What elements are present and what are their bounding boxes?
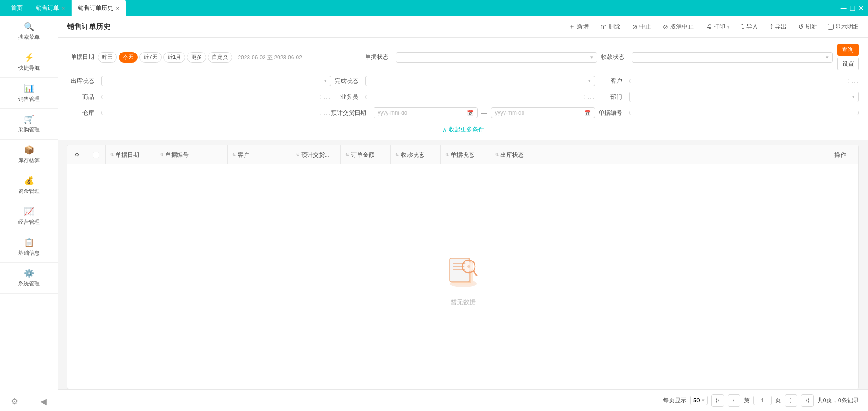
settings-filter-button[interactable]: 设置 (837, 58, 859, 70)
sidebar-settings-icon[interactable]: ⚙ (11, 396, 18, 406)
sidebar-item-basic-info[interactable]: 📋 基础信息 (0, 232, 58, 263)
filter-order-status-select[interactable]: ▾ (396, 52, 597, 63)
warehouse-dots-icon[interactable]: … (323, 109, 331, 117)
refresh-button[interactable]: ↺ 刷新 (794, 21, 822, 33)
per-page-select[interactable]: 50 ▾ (690, 396, 707, 405)
cancel-stop-button[interactable]: ⊘ 取消中止 (658, 21, 698, 33)
funds-mgmt-icon: 💰 (24, 176, 34, 186)
filter-date-control: 昨天 今天 近7天 近1月 更多 自定义 2023-06-02 至 2023-0… (98, 52, 361, 63)
display-columns-checkbox[interactable]: 显示明细 (828, 23, 859, 31)
date-7days-btn[interactable]: 近7天 (139, 52, 162, 63)
pagination-next-btn[interactable]: ⟩ (785, 394, 797, 407)
svg-point-10 (467, 265, 470, 268)
pagination-page-input[interactable] (753, 396, 772, 405)
filter-row-1: 单据日期 昨天 今天 近7天 近1月 更多 自定义 2023-06-02 至 2… (67, 44, 859, 70)
sidebar: 🔍 搜索菜单 ⚡ 快捷导航 📊 销售管理 🛒 采购管理 📦 库存核算 💰 资金管… (0, 16, 58, 411)
query-button[interactable]: 查询 (837, 44, 859, 56)
tab-sales-order-close[interactable]: × (62, 5, 65, 11)
filter-date-item: 单据日期 昨天 今天 近7天 近1月 更多 自定义 2023-06-02 至 2… (67, 52, 361, 63)
sidebar-item-system-mgmt[interactable]: ⚙️ 系统管理 (0, 263, 58, 294)
svg-line-9 (473, 271, 477, 276)
th-settings[interactable]: ⚙ (67, 145, 86, 164)
filter-order-status-label: 单据状态 (361, 53, 388, 61)
filter-customer-select[interactable] (629, 79, 849, 83)
stop-label: 中止 (639, 23, 651, 31)
tab-home[interactable]: 首页 (5, 0, 29, 16)
th-receipt[interactable]: ⇅ 收款状态 (391, 145, 441, 164)
salesperson-dots-icon[interactable]: … (587, 93, 595, 101)
purchase-mgmt-icon: 🛒 (24, 114, 34, 124)
delete-label: 删除 (609, 23, 620, 31)
completion-status-arrow-icon: ▾ (588, 78, 591, 84)
export-button[interactable]: ⤴ 导出 (765, 21, 791, 33)
sidebar-bottom: ⚙ ◀ (0, 392, 58, 411)
filter-dept-select[interactable]: ▾ (629, 92, 859, 102)
th-amount[interactable]: ⇅ 订单金额 (341, 145, 391, 164)
date-1month-btn[interactable]: 近1月 (163, 52, 186, 63)
export-icon: ⤴ (770, 23, 773, 30)
pagination-last-btn[interactable]: ⟩⟩ (801, 394, 814, 407)
date-separator: — (481, 110, 487, 116)
filter-salesperson-item: 业务员 … (331, 93, 595, 101)
sidebar-item-inventory-check[interactable]: 📦 库存核算 (0, 140, 58, 170)
filter-warehouse-select[interactable] (101, 111, 321, 115)
filter-customer-item: 客户 … (595, 77, 859, 85)
tab-sales-order-history[interactable]: 销售订单历史 × (72, 0, 125, 16)
sidebar-item-search-menu[interactable]: 🔍 搜索菜单 (0, 16, 58, 47)
toolbar: ＋ 新增 🗑 删除 ⊘ 中止 ⊘ 取消中止 🖨 打印 (564, 21, 859, 33)
pagination-prev-btn[interactable]: ⟨ (728, 394, 740, 407)
th-date[interactable]: ⇅ 单据日期 (106, 145, 155, 164)
close-button[interactable]: × (858, 4, 863, 12)
customer-dots-icon[interactable]: … (851, 77, 859, 85)
filter-completion-status-select[interactable]: ▾ (365, 76, 595, 86)
sidebar-item-quick-nav[interactable]: ⚡ 快捷导航 (0, 47, 58, 78)
th-outbound[interactable]: ⇅ 出库状态 (490, 145, 822, 164)
sidebar-item-operations-mgmt[interactable]: 📈 经营管理 (0, 201, 58, 232)
date-more-btn[interactable]: 更多 (187, 52, 206, 63)
sort-outbound-icon: ⇅ (495, 152, 499, 157)
sidebar-collapse-icon[interactable]: ◀ (40, 396, 47, 406)
filter-outbound-status-select[interactable]: ▾ (101, 76, 331, 86)
th-check[interactable] (86, 145, 106, 164)
filter-warehouse-label: 仓库 (67, 109, 94, 117)
stop-button[interactable]: ⊘ 中止 (628, 21, 656, 33)
pagination-first-btn[interactable]: ⟨⟨ (711, 394, 724, 407)
tab-sales-order[interactable]: 销售订单 × (29, 0, 72, 16)
th-order-status[interactable]: ⇅ 单据状态 (441, 145, 490, 164)
filter-goods-label: 商品 (67, 93, 94, 101)
operations-mgmt-icon: 📈 (24, 207, 34, 217)
th-num[interactable]: ⇅ 单据编号 (155, 145, 228, 164)
import-label: 导入 (746, 23, 758, 31)
per-page-label: 每页显示 (663, 396, 686, 405)
sidebar-item-purchase-mgmt[interactable]: 🛒 采购管理 (0, 109, 58, 140)
th-delivery[interactable]: ⇅ 预计交货... (291, 145, 341, 164)
filter-order-num-input[interactable] (629, 111, 859, 115)
filter-delivery-to-input[interactable]: yyyy-mm-dd 📅 (491, 107, 595, 118)
minimize-button[interactable]: ─ (841, 4, 847, 12)
sidebar-item-sales-mgmt[interactable]: 📊 销售管理 (0, 78, 58, 109)
sidebar-item-funds-mgmt[interactable]: 💰 资金管理 (0, 170, 58, 201)
print-arrow-icon: ▾ (727, 24, 729, 29)
date-today-btn[interactable]: 今天 (119, 52, 138, 63)
goods-dots-icon[interactable]: … (323, 93, 331, 101)
filter-collapse-row[interactable]: ∧ 收起更多条件 (67, 124, 859, 134)
th-customer[interactable]: ⇅ 客户 (228, 145, 291, 164)
filter-salesperson-select[interactable] (365, 95, 585, 99)
filter-receipt-status-select[interactable]: ▾ (632, 52, 833, 63)
import-button[interactable]: ⤵ 导入 (737, 21, 762, 33)
sort-order-status-icon: ⇅ (445, 152, 449, 157)
filter-receipt-status-label: 收款状态 (597, 53, 624, 61)
filter-delivery-from-input[interactable]: yyyy-mm-dd 📅 (374, 107, 478, 118)
restore-button[interactable]: □ (850, 4, 855, 12)
tab-sales-order-history-close[interactable]: × (116, 5, 119, 11)
date-custom-btn[interactable]: 自定义 (208, 52, 232, 63)
delete-button[interactable]: 🗑 删除 (596, 21, 625, 33)
header-checkbox[interactable] (93, 152, 99, 158)
pagination-total: 共0页，0条记录 (817, 396, 859, 405)
date-yesterday-btn[interactable]: 昨天 (98, 52, 117, 63)
th-amount-label: 订单金额 (351, 151, 374, 159)
filter-goods-select[interactable] (101, 95, 321, 99)
display-columns-input[interactable] (828, 24, 834, 30)
new-button[interactable]: ＋ 新增 (564, 21, 593, 33)
print-button[interactable]: 🖨 打印 ▾ (701, 21, 734, 33)
